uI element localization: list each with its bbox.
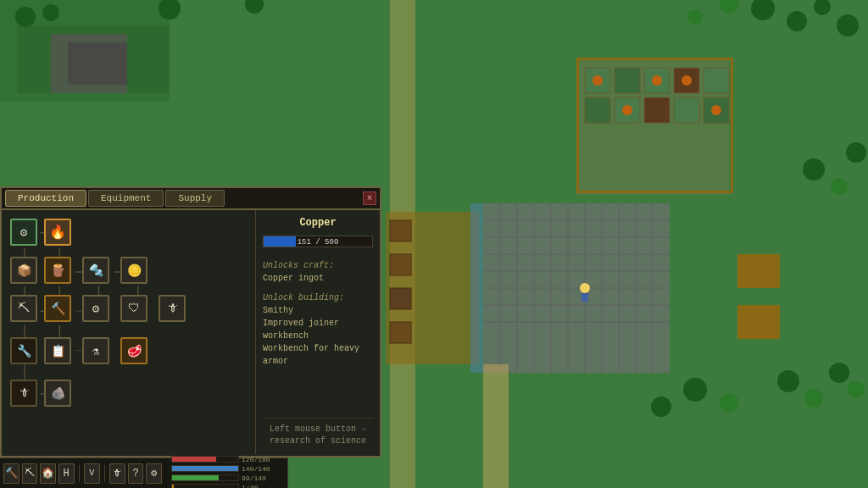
unlock-building-label: Unlock building:: [263, 291, 373, 304]
svg-point-20: [846, 142, 866, 163]
unlocks-craft-value: Copper ingot: [263, 272, 373, 285]
svg-point-10: [787, 11, 807, 31]
res-bar-text-3: 99/140: [242, 474, 284, 482]
tab-production[interactable]: Production: [5, 190, 86, 207]
tech-node-2[interactable]: 🔥: [44, 219, 71, 246]
svg-point-71: [777, 370, 799, 392]
hint-line1: Left mouse button -: [263, 424, 373, 435]
svg-point-18: [803, 158, 825, 180]
tech-node-8[interactable]: 🔨: [44, 295, 71, 322]
tech-node-17[interactable]: 🪨: [44, 380, 71, 407]
res-bar-bg-1: [171, 456, 239, 463]
svg-rect-40: [731, 58, 733, 193]
svg-point-73: [829, 363, 849, 383]
ui-panel: Production Equipment Supply ×: [0, 186, 381, 458]
info-panel: Copper 151 / 500 Unlocks craft: Copper i…: [256, 210, 380, 454]
res-bar-fill-3: [172, 475, 219, 480]
close-button[interactable]: ×: [363, 191, 376, 205]
building-3: Workbench for heavy armor: [263, 342, 373, 368]
toolbar-icon-gear[interactable]: ⚙: [146, 463, 162, 484]
tech-node-4[interactable]: 🪵: [44, 257, 71, 284]
toolbar-icon-help[interactable]: ?: [128, 463, 144, 484]
svg-rect-27: [585, 97, 610, 123]
res-bar-bg-2: [171, 465, 239, 472]
svg-point-34: [652, 75, 662, 86]
svg-rect-60: [483, 364, 509, 488]
res-bar-fill-2: [172, 466, 238, 471]
svg-rect-67: [581, 293, 588, 302]
toolbar-icon-building[interactable]: 🏠: [40, 463, 56, 484]
svg-rect-4: [68, 42, 127, 85]
toolbar-icon-v[interactable]: V: [84, 463, 100, 484]
svg-point-5: [15, 7, 36, 27]
tab-equipment[interactable]: Equipment: [88, 190, 164, 207]
svg-rect-69: [737, 254, 780, 288]
svg-rect-65: [390, 322, 411, 343]
toolbar-separator: [79, 465, 81, 482]
tech-node-13[interactable]: 📋: [44, 337, 71, 364]
toolbar-icon-nature[interactable]: H: [58, 463, 75, 484]
tech-node-1[interactable]: ⚙: [10, 219, 37, 246]
hint-line2: research of science: [263, 435, 373, 447]
svg-point-14: [687, 9, 703, 25]
building-1: Smithy: [263, 304, 373, 317]
tech-node-5[interactable]: 🔩: [82, 257, 109, 284]
tech-node-12[interactable]: 🔧: [10, 337, 37, 364]
res-bar-text-4: 1/40: [242, 484, 284, 489]
tech-tree: ⚙ 🔥 📦 🪵 🔩 🪙 ⛏ 🔨 ⚙ 🛡 🗡 🔧 📋 ⚗ 🥩 🗡 🪨: [2, 210, 256, 454]
toolbar-icon-sword[interactable]: 🗡: [109, 463, 125, 484]
tech-node-10[interactable]: 🛡: [120, 295, 147, 322]
svg-rect-37: [576, 58, 733, 60]
tech-connections: [2, 210, 255, 454]
res-bar-fill-1: [172, 457, 215, 462]
svg-rect-62: [390, 220, 411, 241]
toolbar-separator-2: [104, 465, 106, 482]
res-bar-text-1: 120/180: [242, 456, 284, 463]
tech-node-3[interactable]: 📦: [10, 257, 37, 284]
svg-point-32: [593, 75, 603, 86]
bottom-toolbar: 🔨 ⛏ 🏠 H V 🗡 ? ⚙ 120/180 140/140 99/140: [0, 458, 288, 488]
resource-bar-2: 140/140: [171, 465, 284, 473]
selected-tech-name: Copper: [263, 217, 373, 229]
unlocks-craft-label: Unlocks craft:: [263, 259, 373, 272]
res-bar-bg-3: [171, 474, 239, 481]
tech-node-16[interactable]: 🗡: [10, 380, 37, 407]
panel-content: ⚙ 🔥 📦 🪵 🔩 🪙 ⛏ 🔨 ⚙ 🛡 🗡 🔧 📋 ⚗ 🥩 🗡 🪨 Copper: [2, 210, 380, 454]
res-bar-bg-4: [171, 484, 239, 488]
toolbar-icon-pick[interactable]: ⛏: [22, 463, 38, 484]
toolbar-icon-hammer[interactable]: 🔨: [3, 463, 19, 484]
svg-rect-70: [737, 305, 780, 339]
svg-point-72: [804, 389, 823, 408]
tech-node-15[interactable]: 🥩: [120, 337, 147, 364]
res-bar-text-2: 140/140: [242, 465, 284, 473]
svg-point-12: [837, 14, 859, 36]
resource-bar-4: 1/40: [171, 484, 284, 489]
svg-point-19: [831, 178, 848, 195]
hint-text: Left mouse button - research of science: [263, 418, 373, 447]
tech-node-6[interactable]: 🪙: [120, 257, 147, 284]
tech-node-11[interactable]: 🗡: [159, 295, 186, 322]
svg-point-6: [42, 4, 59, 21]
resource-bar-1: 120/180: [171, 456, 284, 463]
svg-point-16: [683, 378, 707, 402]
unlock-building-section: Unlock building: Smithy Improved joiner …: [263, 291, 373, 368]
svg-rect-26: [704, 68, 729, 93]
svg-point-15: [651, 396, 671, 417]
tab-bar: Production Equipment Supply ×: [2, 188, 380, 210]
svg-rect-64: [390, 288, 411, 309]
svg-rect-39: [576, 58, 579, 193]
svg-rect-29: [644, 97, 670, 123]
building-2: Improved joiner workbench: [263, 317, 373, 342]
unlocks-craft-section: Unlocks craft: Copper ingot: [263, 259, 373, 285]
tech-node-7[interactable]: ⛏: [10, 295, 37, 322]
svg-rect-30: [674, 97, 699, 123]
svg-rect-68: [470, 203, 483, 373]
research-progress-bar: 151 / 500: [263, 236, 373, 247]
svg-rect-23: [615, 68, 640, 93]
tab-supply[interactable]: Supply: [165, 190, 225, 207]
tech-node-9[interactable]: ⚙: [82, 295, 109, 322]
svg-rect-63: [390, 254, 411, 275]
res-bar-fill-4: [172, 485, 174, 488]
svg-point-36: [682, 75, 692, 86]
tech-node-14[interactable]: ⚗: [82, 337, 109, 364]
